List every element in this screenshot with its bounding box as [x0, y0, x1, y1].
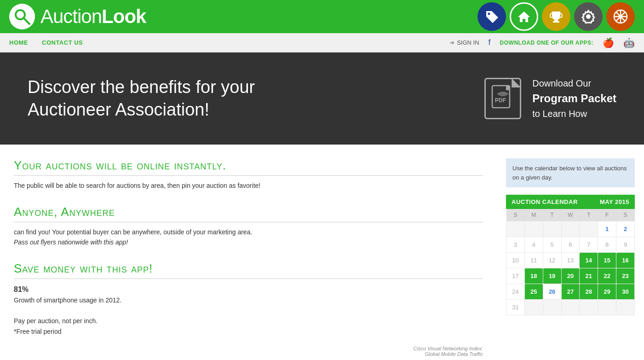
calendar-cell[interactable]: 15 [598, 253, 616, 268]
logo-text: AuctionLook [40, 6, 146, 28]
logo-magnifier-icon [9, 4, 35, 29]
home-link[interactable]: HOME [9, 39, 28, 46]
svg-point-6 [586, 14, 591, 19]
calendar-row: 10111213141516 [506, 253, 635, 268]
svg-line-1 [24, 18, 29, 24]
calendar-cell[interactable]: 2 [616, 221, 635, 237]
calendar-cell[interactable]: 31 [506, 300, 525, 315]
calendar-cell[interactable]: 3 [506, 237, 525, 253]
calendar-cell [506, 221, 525, 237]
header-icon-group [477, 2, 635, 31]
calendar-cell[interactable]: 25 [524, 284, 543, 300]
download-line1: Download Our [532, 76, 616, 90]
logo-bold-text: Look [102, 6, 146, 27]
svg-point-12 [619, 15, 622, 18]
cal-day-m: M [524, 209, 543, 221]
calendar-row: 12 [506, 221, 635, 237]
calendar-cell[interactable]: 16 [616, 253, 635, 268]
calendar-cell [580, 221, 598, 237]
calendar-cell[interactable]: 23 [616, 268, 635, 284]
tag-icon-btn[interactable] [477, 2, 506, 31]
gear-icon-btn[interactable] [574, 2, 603, 31]
section-body-save: 81% Growth of smartphone usage in 2012. … [14, 284, 483, 337]
calendar-cell[interactable]: 24 [506, 284, 525, 300]
calendar-cell[interactable]: 4 [524, 237, 543, 253]
save-line1: Growth of smartphone usage in 2012. [14, 295, 483, 305]
anyone-body-text: can find you! Your potential buyer can b… [14, 228, 252, 236]
anyone-italic-text: Pass out flyers nationwide with this app… [14, 238, 128, 246]
calendar-row: 17181920212223 [506, 268, 635, 284]
section-title-anyone: Anyone, Anywhere [14, 205, 483, 219]
android-icon[interactable]: 🤖 [623, 37, 635, 48]
download-line2: Program Packet [532, 92, 616, 105]
save-percent: 81% [14, 284, 483, 296]
calendar-cell[interactable]: 27 [561, 284, 580, 300]
download-apps-label: DOWNLOAD ONE OF OUR APPS: [500, 40, 593, 46]
calendar-cell[interactable]: 5 [543, 237, 561, 253]
cal-day-f: F [598, 209, 616, 221]
signin-arrow-icon: ➜ [449, 39, 454, 46]
calendar-cell [524, 221, 543, 237]
section-title-save: Save money with this app! [14, 261, 483, 276]
svg-text:PDF: PDF [495, 97, 506, 104]
svg-rect-4 [554, 20, 558, 21]
home-icon-btn[interactable] [510, 2, 538, 31]
nav-right-area: ➜ SIGN IN f DOWNLOAD ONE OF OUR APPS: 🍎 … [449, 37, 635, 48]
calendar-cell[interactable]: 6 [561, 237, 580, 253]
calendar-cell [561, 221, 580, 237]
content-left: Your auctions will be online instantly. … [0, 158, 497, 360]
calendar-cell[interactable]: 19 [543, 268, 561, 284]
calendar-days-header: S M T W T F S [506, 209, 635, 221]
cal-day-s1: S [506, 209, 525, 221]
calendar-cell[interactable]: 29 [598, 284, 616, 300]
trophy-icon-btn[interactable] [542, 2, 570, 31]
calendar-cell[interactable]: 20 [561, 268, 580, 284]
hero-download-area[interactable]: PDF Download Our Program Packet to Learn… [484, 76, 616, 121]
calendar-cell[interactable]: 1 [598, 221, 616, 237]
calendar-cell[interactable]: 12 [543, 253, 561, 268]
calendar-cell[interactable]: 18 [524, 268, 543, 284]
calendar-cell[interactable]: 9 [616, 237, 635, 253]
pdf-icon: PDF [484, 78, 521, 119]
calendar-cell[interactable]: 11 [524, 253, 543, 268]
section-body-auctions: The public will be able to search for au… [14, 180, 483, 191]
signin-button[interactable]: ➜ SIGN IN [449, 39, 479, 46]
cisco-credit: Cisco Visual Networking Index:Global Mob… [14, 346, 483, 357]
calendar-cell[interactable]: 13 [561, 253, 580, 268]
calendar-cell[interactable]: 30 [616, 284, 635, 300]
calendar-cell [616, 300, 635, 315]
calendar-cell [580, 300, 598, 315]
calendar-cell[interactable]: 10 [506, 253, 525, 268]
calendar-body: 1234567891011121314151617181920212223242… [506, 221, 635, 315]
navbar: HOME CONTACT US ➜ SIGN IN f DOWNLOAD ONE… [0, 33, 644, 52]
signin-label: SIGN IN [457, 39, 479, 46]
calendar-cell [543, 300, 561, 315]
section-body-anyone: can find you! Your potential buyer can b… [14, 227, 483, 248]
hero-download-text: Download Our Program Packet to Learn How [532, 76, 616, 121]
section-divider-3 [14, 279, 483, 279]
calendar-cell [524, 300, 543, 315]
calendar-title: AUCTION CALENDAR [512, 198, 578, 205]
calendar-cell[interactable]: 21 [580, 268, 598, 284]
calendar-table: S M T W T F S 12345678910111213141516171… [506, 209, 635, 315]
calendar-cell[interactable]: 7 [580, 237, 598, 253]
calendar-cell[interactable]: 14 [580, 253, 598, 268]
logo-light-text: Auction [40, 6, 102, 27]
save-line2: Pay per auction, not per inch. [14, 316, 483, 326]
save-line3: *Free trial period [14, 326, 483, 337]
calendar-cell[interactable]: 17 [506, 268, 525, 284]
calendar-row: 24252627282930 [506, 284, 635, 300]
section-anyone-anywhere: Anyone, Anywhere can find you! Your pote… [14, 205, 483, 248]
snowflake-icon-btn[interactable] [606, 2, 635, 31]
calendar-cell[interactable]: 22 [598, 268, 616, 284]
site-header: AuctionLook [0, 0, 644, 33]
calendar-cell[interactable]: 8 [598, 237, 616, 253]
calendar-cell[interactable]: 26 [543, 284, 561, 300]
section-divider-1 [14, 175, 483, 176]
apple-icon[interactable]: 🍎 [603, 37, 614, 48]
calendar-cell[interactable]: 28 [580, 284, 598, 300]
facebook-icon[interactable]: f [489, 38, 491, 47]
section-save-money: Save money with this app! 81% Growth of … [14, 261, 483, 357]
calendar-row: 3456789 [506, 237, 635, 253]
contact-link[interactable]: CONTACT US [42, 39, 83, 46]
